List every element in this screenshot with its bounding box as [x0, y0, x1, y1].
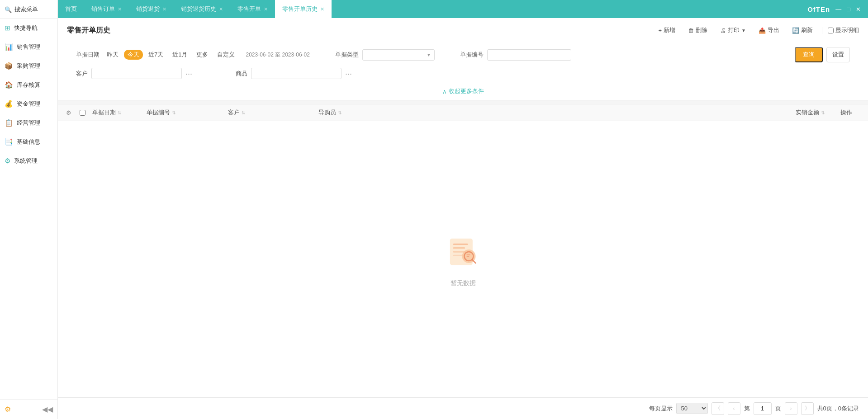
page-input[interactable] — [754, 402, 772, 415]
tab-retail-open-history[interactable]: 零售开单历史 ✕ — [275, 0, 332, 18]
sidebar-item-finance[interactable]: 💰 资金管理 — [0, 94, 57, 113]
th-num[interactable]: 单据编号 ⇅ — [143, 108, 224, 117]
column-settings-icon[interactable]: ⚙ — [62, 109, 76, 116]
top-nav: 首页 销售订单 ✕ 销货退货 ✕ 销货退货历史 ✕ 零售开单 ✕ 零售开单历史 … — [58, 0, 868, 18]
tab-close-icon[interactable]: ✕ — [264, 6, 268, 12]
sidebar-item-label: 快捷导航 — [14, 24, 38, 32]
last-page-button[interactable]: 》 — [801, 402, 814, 415]
th-guide-sort-icon: ⇅ — [338, 110, 342, 115]
tab-retail-open-history-label: 零售开单历史 — [282, 5, 318, 13]
tab-close-icon[interactable]: ✕ — [162, 6, 166, 12]
tab-close-icon[interactable]: ✕ — [118, 6, 122, 12]
th-date-sort-icon: ⇅ — [118, 110, 121, 115]
tab-sales-order-label: 销售订单 — [91, 5, 115, 13]
tab-home[interactable]: 首页 — [58, 0, 84, 18]
print-dropdown-icon: ▼ — [741, 28, 746, 33]
last-page-icon: 》 — [805, 405, 810, 412]
th-amount[interactable]: 实销金额 ⇅ — [774, 108, 828, 117]
type-filter-field: 单据类型 — [335, 49, 435, 61]
date-opt-custom[interactable]: 自定义 — [213, 50, 238, 60]
search-icon: 🔍 — [5, 6, 12, 13]
sidebar: 🔍 搜索采单 ⊞ 快捷导航 📊 销售管理 📦 采购管理 🏠 库存核算 💰 资金管… — [0, 0, 58, 419]
customer-filter-input[interactable] — [91, 68, 182, 79]
page-header: 零售开单历史 + 新增 🗑 删除 🖨 打印 ▼ — [58, 18, 868, 100]
delete-icon: 🗑 — [688, 27, 694, 34]
next-page-button[interactable]: › — [785, 402, 797, 415]
th-num-sort-icon: ⇅ — [172, 110, 175, 115]
sidebar-search-label: 搜索采单 — [14, 5, 38, 14]
refresh-button[interactable]: 🔄 刷新 — [788, 24, 816, 36]
tab-sales-return-label: 销货退货 — [136, 5, 160, 13]
sidebar-item-system-mgmt[interactable]: ⚙ 系统管理 — [0, 151, 57, 170]
th-guide-label: 导购员 — [318, 108, 336, 117]
page-header-top: 零售开单历史 + 新增 🗑 删除 🖨 打印 ▼ — [67, 24, 859, 36]
refresh-label: 刷新 — [801, 26, 813, 34]
sales-mgmt-icon: 📊 — [5, 43, 13, 51]
th-guide[interactable]: 导购员 ⇅ — [315, 108, 369, 117]
first-page-button[interactable]: 《 — [711, 402, 724, 415]
settings-gear-icon[interactable]: ⚙ — [5, 405, 11, 414]
sidebar-item-basic-info[interactable]: 📑 基础信息 — [0, 132, 57, 151]
per-page-label: 每页显示 — [649, 405, 673, 413]
th-action: 操作 — [828, 108, 864, 117]
finance-icon: 💰 — [5, 100, 13, 108]
date-options: 昨天 今天 近7天 近1月 更多 自定义 — [103, 50, 238, 60]
tab-sales-order[interactable]: 销售订单 ✕ — [84, 0, 129, 18]
date-opt-more[interactable]: 更多 — [193, 50, 212, 60]
tab-close-icon[interactable]: ✕ — [320, 6, 324, 12]
tab-retail-open[interactable]: 零售开单 ✕ — [230, 0, 275, 18]
maximize-icon[interactable]: □ — [847, 6, 850, 13]
page-label: 第 — [744, 405, 750, 413]
sidebar-item-purchase-mgmt[interactable]: 📦 采购管理 — [0, 56, 57, 75]
add-icon: + — [659, 27, 662, 34]
close-icon[interactable]: ✕ — [856, 6, 861, 13]
date-opt-7days[interactable]: 近7天 — [145, 50, 167, 60]
sidebar-item-label: 采购管理 — [17, 62, 40, 70]
date-opt-yesterday[interactable]: 昨天 — [103, 50, 122, 60]
quick-nav-icon: ⊞ — [5, 24, 10, 32]
collapse-filter-button[interactable]: ∧ 收起更多条件 — [76, 85, 850, 100]
goods-filter-input[interactable] — [251, 68, 342, 79]
filter-row-2: 客户 ··· 商品 ··· — [76, 68, 850, 79]
sidebar-item-inventory[interactable]: 🏠 库存核算 — [0, 75, 57, 94]
th-date[interactable]: 单据日期 ⇅ — [89, 108, 143, 117]
num-filter-input[interactable] — [487, 49, 571, 61]
print-button[interactable]: 🖨 打印 ▼ — [716, 24, 749, 36]
minimize-icon[interactable]: — — [835, 6, 841, 13]
settings-button[interactable]: 设置 — [826, 47, 850, 62]
date-filter-label: 单据日期 — [76, 51, 100, 59]
delete-button[interactable]: 🗑 删除 — [684, 24, 711, 36]
sidebar-item-label: 基础信息 — [17, 138, 40, 146]
tab-sales-return[interactable]: 销货退货 ✕ — [129, 0, 174, 18]
sidebar-item-quick-nav[interactable]: ⊞ 快捷导航 — [0, 19, 57, 38]
tab-close-icon[interactable]: ✕ — [219, 6, 223, 12]
tab-sales-return-history[interactable]: 销货退货历史 ✕ — [174, 0, 230, 18]
add-button[interactable]: + 新增 — [655, 24, 679, 36]
export-button[interactable]: 📤 导出 — [755, 24, 783, 36]
date-opt-today[interactable]: 今天 — [124, 50, 143, 60]
tab-home-label: 首页 — [65, 5, 77, 13]
sidebar-search[interactable]: 🔍 搜索采单 — [0, 0, 57, 19]
type-select-wrapper — [362, 49, 435, 61]
per-page-select[interactable]: 50 100 200 — [676, 403, 708, 414]
query-button[interactable]: 查询 — [795, 47, 823, 62]
display-cols-input[interactable] — [828, 28, 834, 33]
table-header: ⚙ 单据日期 ⇅ 单据编号 ⇅ 客户 ⇅ 导购员 ⇅ — [58, 104, 868, 121]
goods-dots[interactable]: ··· — [345, 70, 352, 78]
sidebar-item-operations[interactable]: 📋 经营管理 — [0, 113, 57, 132]
display-cols-checkbox[interactable]: 显示明细 — [828, 26, 859, 34]
customer-dots[interactable]: ··· — [185, 70, 192, 78]
prev-page-button[interactable]: ‹ — [728, 402, 740, 415]
sidebar-item-label: 库存核算 — [17, 81, 40, 89]
type-select[interactable] — [362, 49, 435, 61]
empty-illustration — [441, 231, 486, 272]
select-all-input[interactable] — [80, 110, 85, 116]
th-amount-sort-icon: ⇅ — [821, 110, 825, 115]
th-customer[interactable]: 客户 ⇅ — [224, 108, 315, 117]
select-all-checkbox[interactable] — [76, 110, 89, 116]
sidebar-item-sales-mgmt[interactable]: 📊 销售管理 — [0, 38, 57, 56]
empty-state: 暂无数据 — [58, 121, 868, 397]
sidebar-collapse-icon[interactable]: ◀◀ — [42, 405, 53, 414]
date-opt-1month[interactable]: 近1月 — [169, 50, 191, 60]
toolbar-separator — [822, 27, 822, 34]
